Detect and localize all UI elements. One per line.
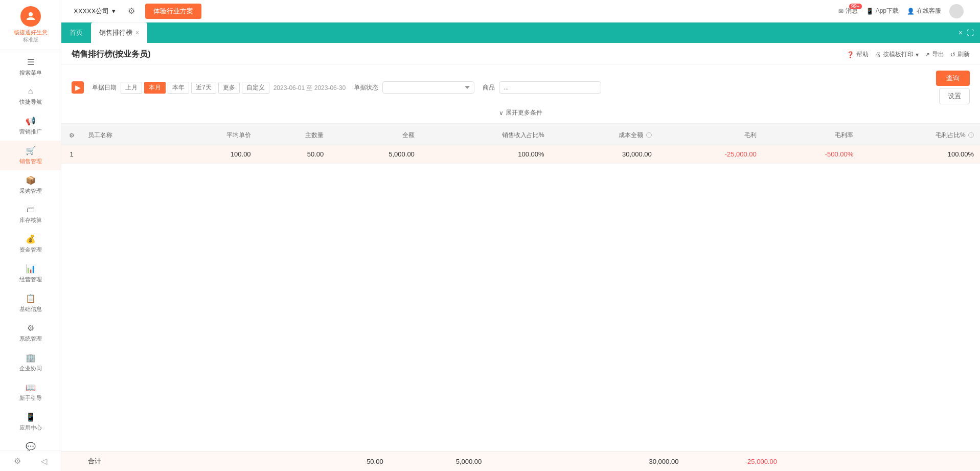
sidebar-label-system: 系统管理 — [19, 335, 42, 343]
sidebar-item-basic[interactable]: 📋 基础信息 — [0, 288, 61, 318]
date-btn-last-month[interactable]: 上月 — [121, 82, 142, 94]
user-avatar[interactable] — [949, 4, 964, 18]
filter-settings-button[interactable]: 设置 — [939, 88, 970, 104]
date-filter-label: 单据日期 — [92, 83, 117, 92]
online-service-button[interactable]: 👤 在线客服 — [907, 7, 941, 15]
chevron-down-icon: ∨ — [499, 109, 504, 117]
template-dropdown-icon: ▾ — [916, 51, 919, 58]
tab-fullscreen-icon[interactable]: ⛶ — [967, 29, 974, 37]
sales-icon: 🛒 — [26, 146, 36, 155]
export-label: 导出 — [932, 50, 944, 59]
cell-profit-rate: -500.00% — [763, 145, 860, 164]
home-icon: ⌂ — [28, 87, 33, 96]
topbar-settings-icon[interactable]: ⚙ — [128, 6, 135, 16]
sidebar: 畅捷通好生意 标准版 ☰ 搜索菜单 ⌂ 快捷导航 📢 营销推广 🛒 销售管理 📦… — [0, 0, 61, 471]
service-icon: 👤 — [907, 8, 915, 15]
sidebar-item-appstore[interactable]: 📱 应用中心 — [0, 407, 61, 437]
export-button[interactable]: ↗ 导出 — [925, 50, 944, 59]
sidebar-item-operations[interactable]: 📊 经营管理 — [0, 259, 61, 288]
sidebar-item-wechat[interactable]: 💬 企业微信 — [0, 437, 61, 451]
sidebar-item-system[interactable]: ⚙ 系统管理 — [0, 318, 61, 348]
sidebar-item-marketing[interactable]: 📢 营销推广 — [0, 111, 61, 141]
filter-toggle-button[interactable]: ▶ — [72, 81, 84, 94]
footer-amount: 5,000.00 — [383, 458, 482, 465]
date-btn-more[interactable]: 更多 — [218, 82, 240, 94]
page-actions: ❓ 帮助 🖨 按模板打印 ▾ ↗ 导出 ↺ 刷新 — [847, 50, 970, 59]
footer-profit: -25,000.00 — [678, 458, 777, 465]
date-btn-custom[interactable]: 自定义 — [242, 82, 269, 94]
operations-icon: 📊 — [26, 264, 36, 274]
cell-avg-price: 100.00 — [169, 145, 257, 164]
tab-close-icon[interactable]: × — [135, 29, 139, 36]
tab-home-label: 首页 — [70, 28, 83, 37]
th-profit-rate: 毛利率 — [763, 126, 860, 145]
date-btn-this-year[interactable]: 本年 — [168, 82, 189, 94]
search-menu-icon: ☰ — [27, 57, 34, 67]
settings-footer-icon[interactable]: ⚙ — [14, 456, 21, 466]
tab-home[interactable]: 首页 — [61, 23, 91, 43]
filter-bar: ▶ 单据日期 上月 本月 本年 近7天 更多 自定义 2023-06-01 至 … — [61, 64, 980, 124]
goods-input[interactable] — [499, 81, 601, 94]
th-amount: 全额 — [330, 126, 421, 145]
finance-icon: 💰 — [26, 234, 36, 244]
status-select[interactable] — [382, 81, 474, 94]
logo-badge: 标准版 — [23, 36, 38, 43]
cost-info-icon[interactable]: ⓘ — [646, 132, 652, 138]
th-settings[interactable]: ⚙ — [61, 126, 82, 145]
date-btn-7days[interactable]: 近7天 — [191, 82, 216, 94]
column-settings-icon[interactable]: ⚙ — [69, 132, 75, 139]
sidebar-label-finance: 资金管理 — [19, 246, 42, 254]
page-header: 销售排行榜(按业务员) ❓ 帮助 🖨 按模板打印 ▾ ↗ 导出 ↺ 刷新 — [61, 43, 980, 64]
table-header-row: ⚙ 员工名称 平均单价 主数量 全额 销售收入占比% 成本全额 ⓘ 毛利 — [61, 126, 980, 145]
app-label: App下载 — [876, 7, 899, 15]
purchase-icon: 📦 — [26, 175, 36, 185]
cell-main-qty: 50.00 — [257, 145, 330, 164]
cell-amount: 5,000.00 — [330, 145, 421, 164]
tabs-right-controls: × ⛶ — [959, 29, 980, 37]
sidebar-item-inventory[interactable]: 🗃 库存核算 — [0, 200, 61, 229]
help-icon: ❓ — [847, 51, 854, 58]
tab-window-close-icon[interactable]: × — [959, 29, 963, 37]
profit-pct-info-icon[interactable]: ⓘ — [968, 132, 974, 138]
sidebar-label-quick: 快捷导航 — [19, 98, 42, 106]
sidebar-label-marketing: 营销推广 — [19, 128, 42, 136]
goods-filter-label: 商品 — [483, 83, 495, 92]
sidebar-label-inventory: 库存核算 — [19, 216, 42, 224]
logo-icon — [20, 6, 41, 27]
query-button[interactable]: 查询 — [936, 71, 970, 86]
data-table: ⚙ 员工名称 平均单价 主数量 全额 销售收入占比% 成本全额 ⓘ 毛利 — [61, 126, 980, 164]
company-selector[interactable]: XXXXX公司 ▾ — [70, 5, 120, 18]
sidebar-item-collab[interactable]: 🏢 企业协同 — [0, 348, 61, 377]
sidebar-label-appstore: 应用中心 — [19, 424, 42, 432]
sidebar-item-quick[interactable]: ⌂ 快捷导航 — [0, 82, 61, 111]
system-icon: ⚙ — [27, 323, 34, 333]
collapse-sidebar-icon[interactable]: ◁ — [41, 456, 47, 466]
message-button[interactable]: ✉ 消息 99+ — [838, 7, 858, 15]
expand-more-button[interactable]: ∨ 展开更多条件 — [72, 104, 970, 117]
refresh-button[interactable]: ↺ 刷新 — [950, 50, 970, 59]
sidebar-item-search[interactable]: ☰ 搜索菜单 — [0, 52, 61, 82]
tab-active-label: 销售排行榜 — [99, 28, 132, 37]
filter-actions: 查询 设置 — [936, 71, 970, 104]
status-filter: 单据状态 — [354, 81, 474, 94]
template-print-button[interactable]: 🖨 按模板打印 ▾ — [875, 50, 919, 59]
sidebar-item-sales[interactable]: 🛒 销售管理 — [0, 141, 61, 170]
trial-button[interactable]: 体验行业方案 — [145, 4, 201, 19]
cell-index: 1 — [61, 145, 82, 164]
topbar: XXXXX公司 ▾ ⚙ 体验行业方案 ✉ 消息 99+ 📱 App下载 👤 在线… — [61, 0, 980, 23]
marketing-icon: 📢 — [26, 116, 36, 126]
date-btn-this-month[interactable]: 本月 — [144, 82, 166, 94]
tab-sales-ranking[interactable]: 销售排行榜 × — [91, 23, 147, 43]
th-profit: 毛利 — [658, 126, 763, 145]
company-name: XXXXX公司 — [74, 7, 109, 16]
refresh-label: 刷新 — [958, 50, 970, 59]
filter-section: ▶ 单据日期 上月 本月 本年 近7天 更多 自定义 2023-06-01 至 … — [61, 64, 980, 124]
status-filter-label: 单据状态 — [354, 83, 378, 92]
app-download-button[interactable]: 📱 App下载 — [866, 7, 899, 15]
sidebar-item-finance[interactable]: 💰 资金管理 — [0, 229, 61, 259]
help-button[interactable]: ❓ 帮助 — [847, 50, 869, 59]
sidebar-item-guide[interactable]: 📖 新手引导 — [0, 377, 61, 407]
sidebar-item-purchase[interactable]: 📦 采购管理 — [0, 170, 61, 200]
table-container: ⚙ 员工名称 平均单价 主数量 全额 销售收入占比% 成本全额 ⓘ 毛利 — [61, 126, 980, 451]
table-footer: 合计 50.00 5,000.00 30,000.00 -25,000.00 — [61, 451, 980, 471]
